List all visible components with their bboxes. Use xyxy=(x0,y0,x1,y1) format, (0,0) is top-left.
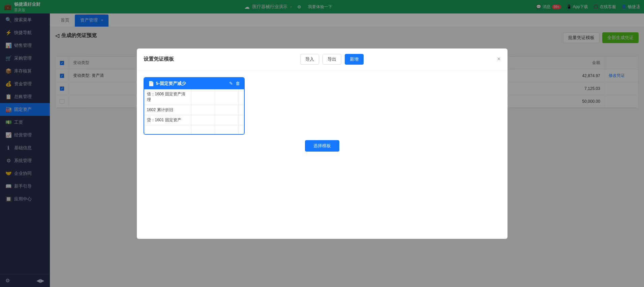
export-button[interactable]: 导出 xyxy=(323,54,341,65)
template-col3-3 xyxy=(215,115,239,125)
template-account-1: 借：1606 固定资产清理 xyxy=(144,89,191,105)
select-template-button[interactable]: 选择模板 xyxy=(305,140,339,152)
template-col3-2 xyxy=(215,105,239,115)
template-edit-icon[interactable]: ✎ xyxy=(229,81,233,86)
template-select-btn-container: 选择模板 xyxy=(144,140,501,152)
template-col3-4 xyxy=(215,125,239,134)
template-delete-icon[interactable]: 🗑 xyxy=(236,81,240,86)
template-account-4 xyxy=(144,125,191,134)
template-row-2: 1602 累计折旧 xyxy=(144,105,244,115)
modal-header-actions: 导入 导出 新增 xyxy=(300,54,364,65)
template-account-3: 贷：1601 固定资产 xyxy=(144,115,191,125)
template-account-2: 1602 累计折旧 xyxy=(144,105,191,115)
template-col2-1 xyxy=(191,89,215,105)
modal-overlay: 设置凭证模板 导入 导出 新增 × xyxy=(50,27,644,287)
template-body: 借：1606 固定资产清理 1602 累计折旧 xyxy=(144,89,244,134)
template-card: 📄 5-固定资产减少 ✎ 🗑 xyxy=(144,77,245,135)
import-button[interactable]: 导入 xyxy=(300,54,319,65)
modal-title: 设置凭证模板 xyxy=(144,56,174,62)
template-doc-icon: 📄 xyxy=(148,81,154,86)
template-col2-3 xyxy=(191,115,215,125)
template-row-3: 贷：1601 固定资产 xyxy=(144,115,244,125)
template-row-1: 借：1606 固定资产清理 xyxy=(144,89,244,105)
set-voucher-template-modal: 设置凭证模板 导入 导出 新增 × xyxy=(137,49,508,239)
template-card-icons: ✎ 🗑 xyxy=(229,81,240,86)
modal-close-button[interactable]: × xyxy=(497,56,501,63)
modal-body: 📄 5-固定资产减少 ✎ 🗑 xyxy=(137,70,508,239)
template-row-4 xyxy=(144,125,244,134)
page-wrapper: ◁ 生成的凭证预览 批量凭证模板 全部生成凭证 变动类型 xyxy=(50,27,644,287)
template-card-title: 📄 5-固定资产减少 xyxy=(148,81,186,87)
template-col4-2 xyxy=(239,105,245,115)
template-col2-2 xyxy=(191,105,215,115)
template-col4-1 xyxy=(239,89,245,105)
content-area: 首页 资产管理 × ─ □ × xyxy=(50,13,644,287)
new-template-button[interactable]: 新增 xyxy=(345,54,364,65)
template-col3-1 xyxy=(215,89,239,105)
template-col4-4 xyxy=(239,125,245,134)
template-full-title: 5-固定资产减少 xyxy=(156,81,186,87)
template-card-header: 📄 5-固定资产减少 ✎ 🗑 xyxy=(144,78,244,89)
modal-header: 设置凭证模板 导入 导出 新增 × xyxy=(137,49,508,70)
app-container: 💼 畅捷通好业财 普及版 ☁ 医疗器械行业演示 ▾ ⚙ 我要体验一下 💬 消息 … xyxy=(0,0,644,287)
template-col4-3 xyxy=(239,115,245,125)
main-area: 🔍 搜索菜单 ⚡ 快捷导航 📊 销售管理 🛒 采购管理 📦 库存核算 xyxy=(0,13,644,287)
template-col2-4 xyxy=(191,125,215,134)
